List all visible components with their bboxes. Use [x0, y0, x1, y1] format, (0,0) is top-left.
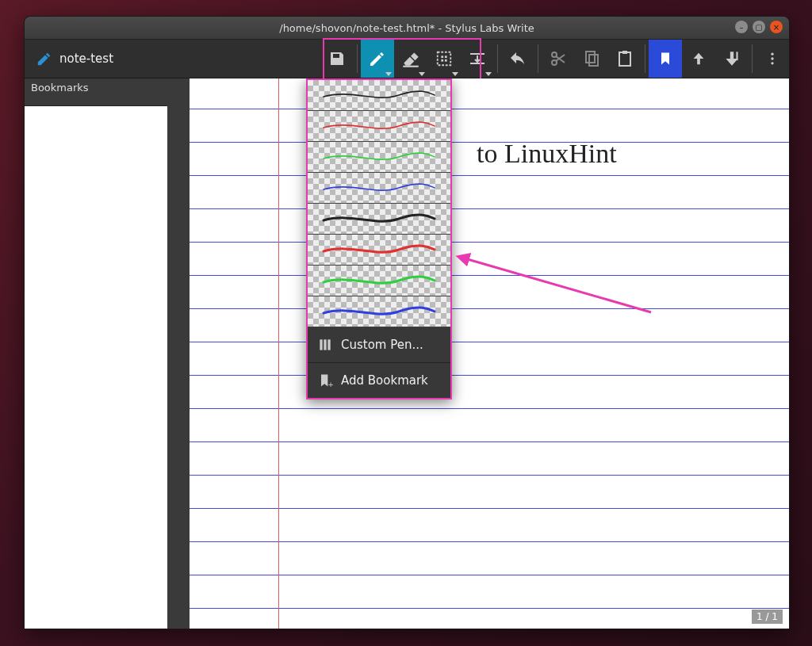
svg-rect-11	[589, 55, 598, 66]
handwritten-text: to LinuxHint	[477, 139, 617, 169]
page-up-button[interactable]	[682, 40, 715, 78]
cut-icon	[549, 49, 568, 68]
bookmark-button[interactable]	[649, 40, 682, 78]
selection-icon	[435, 50, 453, 67]
page[interactable]: to LinuxHint	[190, 78, 789, 629]
overflow-menu-icon	[764, 49, 780, 68]
add-bookmark-item[interactable]: +Add Bookmark	[308, 362, 450, 398]
svg-rect-19	[324, 339, 326, 350]
maximize-button[interactable]: ▢	[753, 21, 765, 33]
sidebar-header: Bookmarks	[25, 78, 167, 106]
eraser-icon	[400, 48, 421, 69]
save-button[interactable]	[320, 40, 354, 78]
window-controls: – ▢ ×	[735, 21, 783, 33]
svg-text:+: +	[327, 380, 333, 388]
eraser-tool-button[interactable]	[394, 40, 427, 78]
pen-swatch-2[interactable]	[308, 142, 450, 173]
tab-label: note-test	[59, 52, 113, 66]
svg-rect-3	[445, 55, 447, 58]
document-tab[interactable]: note-test	[25, 50, 124, 67]
page-down-button[interactable]	[715, 40, 749, 78]
undo-button[interactable]	[501, 40, 534, 78]
insert-space-icon	[468, 49, 487, 68]
pen-dropdown: Custom Pen...+Add Bookmark	[306, 78, 452, 399]
page-down-icon	[722, 48, 742, 69]
insert-space-button[interactable]	[461, 40, 494, 78]
custom-pen-icon	[317, 337, 333, 353]
content-area: Bookmarks to LinuxHint 1 / 1 Custom Pen.…	[25, 78, 789, 629]
page-counter: 1 / 1	[752, 610, 783, 624]
svg-point-15	[771, 53, 773, 55]
svg-rect-1	[438, 52, 451, 66]
add-bookmark-icon: +	[317, 373, 333, 388]
svg-rect-18	[320, 339, 322, 350]
pen-swatch-6[interactable]	[308, 266, 450, 296]
save-icon	[327, 49, 347, 68]
svg-rect-4	[441, 59, 443, 62]
svg-point-16	[771, 57, 773, 59]
page-up-icon	[690, 50, 707, 67]
pen-swatch-5[interactable]	[308, 235, 450, 266]
paste-icon	[615, 49, 634, 68]
pen-swatch-4[interactable]	[308, 204, 450, 235]
minimize-button[interactable]: –	[735, 21, 748, 33]
copy-icon	[582, 49, 601, 68]
custom-pen-label: Custom Pen...	[341, 338, 423, 352]
bookmark-icon	[657, 49, 673, 68]
pen-swatch-0[interactable]	[308, 80, 450, 111]
undo-icon	[508, 49, 527, 68]
titlebar: /home/shovon/note-test.html* - Stylus La…	[25, 17, 789, 40]
sidebar: Bookmarks	[25, 78, 167, 629]
cut-button[interactable]	[542, 40, 575, 78]
pen-swatch-1[interactable]	[308, 111, 450, 142]
add-bookmark-label: Add Bookmark	[341, 373, 428, 388]
toolbar: note-test	[25, 40, 789, 78]
app-window: /home/shovon/note-test.html* - Stylus La…	[24, 16, 790, 629]
pen-swatch-3[interactable]	[308, 173, 450, 204]
svg-rect-10	[586, 52, 595, 63]
copy-button[interactable]	[575, 40, 608, 78]
svg-rect-5	[445, 59, 447, 62]
pen-swatch-7[interactable]	[308, 296, 450, 327]
custom-pen-item[interactable]: Custom Pen...	[308, 327, 450, 362]
close-button[interactable]: ×	[770, 21, 783, 33]
overflow-menu-button[interactable]	[756, 40, 789, 78]
canvas-area[interactable]: to LinuxHint 1 / 1 Custom Pen...+Add Boo…	[167, 78, 789, 629]
selection-tool-button[interactable]	[427, 40, 461, 78]
svg-rect-20	[327, 339, 330, 350]
paste-button[interactable]	[608, 40, 642, 78]
svg-point-17	[771, 62, 773, 64]
svg-rect-2	[441, 55, 443, 58]
pen-tool-button[interactable]	[361, 40, 394, 78]
window-title: /home/shovon/note-test.html* - Stylus La…	[279, 22, 534, 34]
pen-icon	[36, 50, 53, 67]
pen-icon	[368, 49, 387, 68]
sidebar-body[interactable]	[25, 106, 167, 629]
svg-rect-12	[619, 52, 630, 66]
svg-rect-13	[622, 51, 627, 54]
